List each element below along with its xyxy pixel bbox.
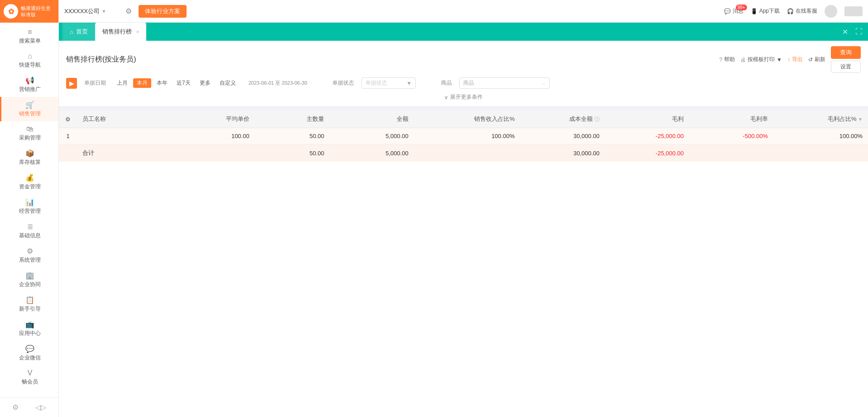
- date-tab-上月[interactable]: 上月: [113, 78, 131, 88]
- content-area: 销售排行榜(按业务员) ? 帮助 🖨 按模板打印 ▼ ↑ 导出: [59, 41, 868, 417]
- sidebar-collapse-btn[interactable]: ◁▷: [34, 401, 48, 413]
- query-button[interactable]: 查询: [831, 46, 861, 59]
- print-dropdown-arrow[interactable]: ▼: [777, 57, 782, 63]
- nav-icon-sales: 🛒: [25, 101, 34, 109]
- date-tab-本月[interactable]: 本月: [133, 78, 151, 88]
- date-tab-本年[interactable]: 本年: [153, 78, 171, 88]
- app-download-label: App下载: [759, 7, 780, 15]
- message-btn[interactable]: 💬 消息 99+: [724, 7, 743, 15]
- footer-avg-price: [171, 144, 255, 162]
- online-service-btn[interactable]: 🎧 在线客服: [787, 7, 817, 15]
- margin-pct-sort-icon: ▼: [858, 117, 863, 122]
- topbar-settings-btn[interactable]: ⚙: [122, 5, 135, 18]
- sidebar-item-appstore[interactable]: 📺应用中心: [0, 316, 58, 341]
- cell-amount: 5,000.00: [330, 128, 414, 144]
- sidebar-settings-btn[interactable]: ⚙: [10, 401, 20, 413]
- date-label: 单据日期: [84, 79, 106, 87]
- main-area: XXXXXX公司 ▼ ⚙ 体验行业方案 💬 消息 99+ 📱 App下载 🎧 在…: [59, 0, 868, 417]
- cell-sales-pct: 100.00%: [414, 128, 520, 144]
- nav-label-wechat: 企业微信: [19, 354, 41, 362]
- nav-label-search: 搜索菜单: [19, 37, 41, 45]
- date-tab-更多[interactable]: 更多: [196, 78, 214, 88]
- nav-icon-finance: 💰: [25, 173, 34, 182]
- sidebar-item-sales[interactable]: 🛒销售管理: [0, 97, 58, 121]
- sidebar-item-inventory[interactable]: 📦库存核算: [0, 145, 58, 170]
- sidebar-item-purchase[interactable]: 🛍采购管理: [0, 121, 58, 145]
- sidebar-item-basic[interactable]: ≣基础信息: [0, 219, 58, 243]
- date-tab-近7天[interactable]: 近7天: [173, 78, 194, 88]
- cell-index: 1: [59, 128, 77, 144]
- goods-input[interactable]: 商品 ···: [459, 77, 550, 89]
- date-tabs: 上月本月本年近7天更多自定义: [113, 78, 240, 88]
- sidebar-item-marketing[interactable]: 📢营销推广: [0, 72, 58, 97]
- filter-expand-arrow[interactable]: ▶: [66, 78, 77, 89]
- export-btn[interactable]: ↑ 导出: [787, 56, 803, 63]
- date-tab-自定义[interactable]: 自定义: [216, 78, 240, 88]
- logo-text: 畅康通好生意 标准版: [21, 5, 51, 18]
- nav-icon-guide: 📋: [25, 296, 34, 304]
- cell-margin-pct: 100.00%: [773, 128, 868, 144]
- tab-sales-ranking-label: 销售排行榜: [102, 28, 132, 36]
- company-dropdown-arrow: ▼: [101, 9, 106, 14]
- tabbar-maximize-btn[interactable]: ⛶: [854, 26, 864, 38]
- sidebar-bottom: ⚙ ◁▷: [0, 397, 58, 417]
- sidebar-item-shortcut[interactable]: ⌂快捷导航: [0, 48, 58, 72]
- tab-sales-ranking[interactable]: 销售排行榜 ×: [95, 23, 146, 41]
- message-icon: 💬: [724, 8, 731, 14]
- tab-close-icon[interactable]: ×: [136, 29, 139, 34]
- print-icon: 🖨: [740, 57, 746, 63]
- refresh-icon: ↺: [808, 57, 813, 63]
- nav-label-inventory: 库存核算: [19, 158, 41, 166]
- nav-label-guide: 新手引导: [19, 305, 41, 313]
- nav-icon-collab: 🏢: [25, 271, 34, 280]
- print-label: 按模板打印: [748, 56, 775, 63]
- tabbar: ⌂ 首页 销售排行榜 × ✕ ⛶: [59, 23, 868, 41]
- th-cost: 成本全额 ⓘ: [520, 110, 605, 128]
- page-header: 销售排行榜(按业务员) ? 帮助 🖨 按模板打印 ▼ ↑ 导出: [59, 41, 868, 107]
- page-title-row: 销售排行榜(按业务员) ? 帮助 🖨 按模板打印 ▼ ↑ 导出: [66, 46, 861, 77]
- expand-more-label: 展开更多条件: [450, 93, 483, 101]
- sidebar-nav: ≡搜索菜单⌂快捷导航📢营销推广🛒销售管理🛍采购管理📦库存核算💰资金管理📊经营管理…: [0, 23, 58, 397]
- print-btn[interactable]: 🖨 按模板打印 ▼: [740, 56, 782, 63]
- sidebar-item-operations[interactable]: 📊经营管理: [0, 194, 58, 219]
- page-actions: ? 帮助 🖨 按模板打印 ▼ ↑ 导出 ↺ 刷新: [719, 46, 861, 73]
- nav-label-shortcut: 快捷导航: [19, 61, 41, 69]
- tab-home[interactable]: ⌂ 首页: [62, 23, 95, 41]
- trial-button[interactable]: 体验行业方案: [139, 5, 187, 18]
- status-select[interactable]: 单据状态 ▼: [361, 77, 416, 89]
- sidebar-item-finance[interactable]: 💰资金管理: [0, 170, 58, 194]
- export-icon: ↑: [787, 57, 790, 63]
- sidebar-item-wechat[interactable]: 💬企业微信: [0, 341, 58, 365]
- data-table-container: ⚙ 员工名称 平均单价 主数量 全额 销售收入占比% 成本全额 ⓘ 毛利 毛利率…: [59, 110, 868, 417]
- refresh-label: 刷新: [815, 56, 825, 63]
- footer-cost: 30,000.00: [520, 144, 605, 162]
- cost-help-icon: ⓘ: [595, 116, 599, 122]
- nav-icon-inventory: 📦: [25, 149, 34, 158]
- export-label: 导出: [792, 56, 803, 63]
- nav-label-finance: 资金管理: [19, 183, 41, 191]
- refresh-btn[interactable]: ↺ 刷新: [808, 56, 825, 63]
- app-download-icon: 📱: [751, 8, 758, 14]
- sidebar-item-system[interactable]: ⚙系统管理: [0, 243, 58, 268]
- sidebar-item-guide[interactable]: 📋新手引导: [0, 292, 58, 316]
- sidebar-item-member[interactable]: V畅会员: [0, 365, 58, 389]
- sidebar-item-search[interactable]: ≡搜索菜单: [0, 24, 58, 48]
- cell-profit: -25,000.00: [605, 128, 689, 144]
- expand-more-conditions[interactable]: ∨ 展开更多条件: [66, 91, 861, 103]
- company-selector[interactable]: XXXXXX公司 ▼: [64, 7, 119, 15]
- nav-label-operations: 经营管理: [19, 207, 41, 215]
- th-margin-rate: 毛利率: [689, 110, 773, 128]
- tabbar-close-all-btn[interactable]: ✕: [840, 26, 850, 38]
- user-avatar[interactable]: [825, 5, 837, 18]
- footer-margin-rate: [689, 144, 773, 162]
- settings-button[interactable]: 设置: [831, 61, 861, 73]
- sidebar-item-collab[interactable]: 🏢企业协同: [0, 268, 58, 292]
- tab-home-label: 首页: [76, 28, 88, 36]
- nav-icon-basic: ≣: [27, 222, 33, 231]
- filter-row-1: ▶ 单据日期 上月本月本年近7天更多自定义 2023-06-01 至 2023-…: [66, 77, 861, 89]
- nav-label-appstore: 应用中心: [19, 330, 41, 337]
- app-download-btn[interactable]: 📱 App下载: [751, 7, 780, 15]
- help-btn[interactable]: ? 帮助: [719, 56, 735, 63]
- nav-label-purchase: 采购管理: [19, 134, 41, 142]
- footer-sales-pct: [414, 144, 520, 162]
